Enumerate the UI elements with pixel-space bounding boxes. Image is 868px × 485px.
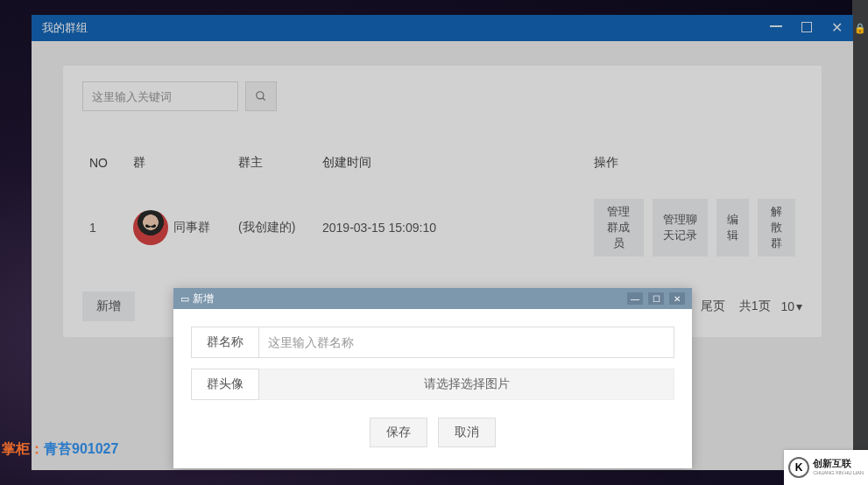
corner-logo: K 创新互联CHUANG XIN HU LIAN <box>784 450 868 485</box>
watermark: 掌柜：青苔901027 <box>2 440 118 459</box>
save-button[interactable]: 保存 <box>370 418 427 447</box>
modal-maximize-button[interactable]: ☐ <box>648 292 664 305</box>
group-name-label: 群名称 <box>191 327 259 358</box>
modal-close-button[interactable]: ✕ <box>669 292 685 305</box>
group-name-input[interactable] <box>259 327 674 358</box>
right-edge-bar: 🔒 <box>852 0 868 485</box>
modal-title-text: 新增 <box>193 292 214 306</box>
modal-minimize-button[interactable]: — <box>627 292 643 305</box>
group-avatar-label: 群头像 <box>191 369 259 400</box>
cancel-button[interactable]: 取消 <box>438 418 496 447</box>
modal-titlebar: ▭ 新增 — ☐ ✕ <box>173 288 692 309</box>
modal-title-icon: ▭ <box>180 293 189 305</box>
add-modal: ▭ 新增 — ☐ ✕ 群名称 群头像 请选择选择图片 保存 取消 <box>173 288 692 468</box>
choose-image-button[interactable]: 请选择选择图片 <box>259 369 674 400</box>
lock-icon: 🔒 <box>854 23 866 34</box>
logo-ring-icon: K <box>788 457 809 478</box>
